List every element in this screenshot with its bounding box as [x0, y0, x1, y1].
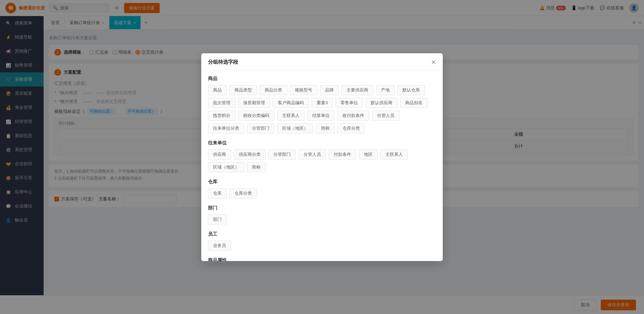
modal-tag[interactable]: 产地: [376, 85, 395, 95]
modal-tag[interactable]: 主联系人: [277, 111, 305, 121]
modal-tag[interactable]: 地区: [359, 149, 378, 160]
modal-tag[interactable]: 主联系人: [380, 149, 408, 160]
modal-overlay: 分组待选字段 ✕ 商品商品商品类型商品分类规格型号品牌主要供应商产地默认仓库批次…: [0, 0, 644, 314]
modal-section-商品属性: 商品属性属性颜色多规格尺码鞋码1: [208, 257, 436, 261]
modal-tag[interactable]: 规格型号: [290, 85, 317, 95]
modal-tag[interactable]: 默认仓库: [397, 85, 425, 95]
modal-tag[interactable]: 收付款条件: [337, 111, 369, 121]
modal-section-title: 部门: [208, 205, 436, 211]
modal-tag[interactable]: 简称: [247, 162, 266, 172]
modal-tag[interactable]: 税收分类编码: [238, 111, 274, 121]
modal-body: 商品商品商品类型商品分类规格型号品牌主要供应商产地默认仓库批次管理保质期管理客户…: [201, 70, 443, 261]
modal-section-title: 员工: [208, 231, 436, 237]
modal-tag[interactable]: 保质期管理: [238, 98, 270, 108]
modal-tags-部门: 部门: [208, 214, 436, 225]
modal-section-仓库: 仓库仓库仓库分类: [208, 179, 436, 198]
modal-section-员工: 员工业务员: [208, 231, 436, 251]
modal-tag[interactable]: 往来单位分类: [208, 123, 244, 133]
modal-tag[interactable]: 仓库: [208, 188, 227, 198]
modal-tag[interactable]: 客户商品编码: [273, 98, 309, 108]
modal-tag[interactable]: 供应商分类: [234, 149, 266, 160]
modal-tag[interactable]: 付款条件: [329, 149, 356, 160]
modal-tag[interactable]: 分管人员: [299, 149, 326, 160]
modal-tag[interactable]: 商品: [208, 85, 227, 95]
modal-tags-仓库: 仓库仓库分类: [208, 188, 436, 198]
modal-tag[interactable]: 批次管理: [208, 98, 235, 108]
modal-tag[interactable]: 业务员: [208, 241, 231, 251]
modal-tag[interactable]: 默认供应商: [366, 98, 397, 108]
modal-tag[interactable]: 商品别名: [400, 98, 428, 108]
modal-tag[interactable]: 主要供应商: [341, 85, 373, 95]
modal-section-往来单位: 往来单位供应商供应商分类分管部门分管人员付款条件地区主联系人区域（地区）简称: [208, 140, 436, 172]
modal-tag[interactable]: 重量3: [312, 98, 333, 108]
modal-tag[interactable]: 零售单位: [335, 98, 363, 108]
modal-tag[interactable]: 分管部门: [247, 123, 274, 133]
modal-tags-员工: 业务员: [208, 241, 436, 251]
modal-section-title: 往来单位: [208, 140, 436, 146]
modal-tag[interactable]: 商品类型: [229, 85, 257, 95]
modal-tag[interactable]: 分管人员: [372, 111, 399, 121]
modal-tag[interactable]: 区域（地区）: [277, 123, 313, 133]
modal-dialog: 分组待选字段 ✕ 商品商品商品类型商品分类规格型号品牌主要供应商产地默认仓库批次…: [201, 53, 443, 261]
modal-section-部门: 部门部门: [208, 205, 436, 225]
modal-title: 分组待选字段: [208, 59, 238, 65]
modal-tag[interactable]: 品牌: [320, 85, 339, 95]
modal-tag[interactable]: 简称: [316, 123, 335, 133]
modal-tag[interactable]: 拣货积分: [208, 111, 235, 121]
modal-tag[interactable]: 结算单位: [307, 111, 335, 121]
modal-tag[interactable]: 供应商: [208, 149, 231, 160]
modal-tag[interactable]: 分管部门: [268, 149, 296, 160]
modal-section-商品: 商品商品商品类型商品分类规格型号品牌主要供应商产地默认仓库批次管理保质期管理客户…: [208, 76, 436, 133]
modal-tags-商品: 商品商品类型商品分类规格型号品牌主要供应商产地默认仓库批次管理保质期管理客户商品…: [208, 85, 436, 133]
modal-section-title: 仓库: [208, 179, 436, 185]
modal-tag[interactable]: 部门: [208, 214, 227, 225]
modal-tag[interactable]: 仓库分类: [229, 188, 257, 198]
modal-section-title: 商品属性: [208, 257, 436, 261]
modal-tag[interactable]: 仓库分类: [337, 123, 365, 133]
modal-tag[interactable]: 区域（地区）: [208, 162, 244, 172]
modal-tag[interactable]: 商品分类: [260, 85, 287, 95]
modal-section-title: 商品: [208, 76, 436, 82]
modal-tags-往来单位: 供应商供应商分类分管部门分管人员付款条件地区主联系人区域（地区）简称: [208, 149, 436, 172]
modal-close-button[interactable]: ✕: [431, 59, 436, 66]
modal-header: 分组待选字段 ✕: [201, 53, 443, 70]
